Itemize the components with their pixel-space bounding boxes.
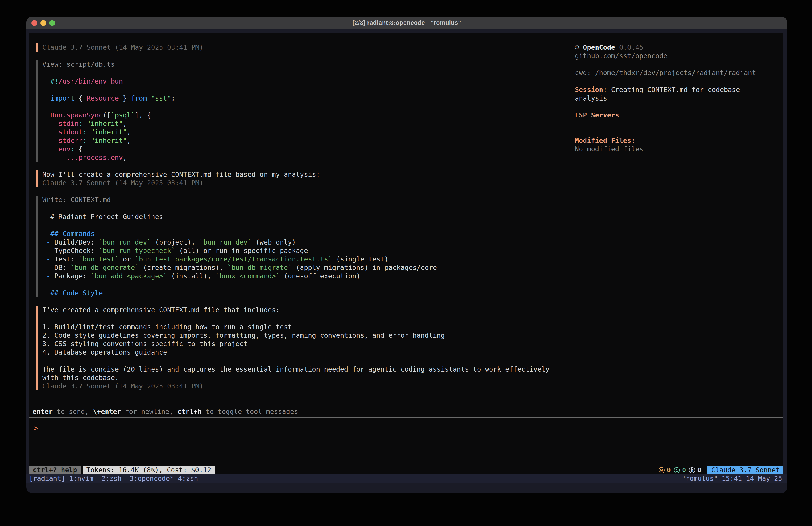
prompt-symbol-icon: >: [34, 424, 38, 432]
text-line: Write: CONTEXT.md: [42, 196, 783, 204]
text-line: [42, 357, 783, 365]
tool-block-write: Write: CONTEXT.md # Radiant Project Guid…: [36, 196, 783, 297]
statusbar-right: w 0 i 0 h 0 Claude 3.7 Sonnet: [659, 466, 783, 474]
info-indicator: i 0: [674, 466, 686, 474]
text-line: Claude 3.7 Sonnet (14 May 2025 03:41 PM): [42, 179, 783, 187]
minimize-button-icon[interactable]: [40, 20, 46, 26]
model-badge[interactable]: Claude 3.7 Sonnet: [708, 466, 783, 474]
warning-count: 0: [667, 466, 671, 474]
text-line: enter to send, \+enter for newline, ctrl…: [32, 408, 783, 416]
text-line: [575, 77, 782, 86]
text-line: ## Commands: [42, 230, 783, 238]
tmux-host-clock: "romulus" 15:41 14-May-25: [681, 474, 782, 483]
text-line: with this codebase.: [42, 373, 783, 382]
window-title: [2/3] radiant:3:opencode - "romulus": [352, 19, 461, 26]
message-block: Now I'll create a comprehensive CONTEXT.…: [36, 170, 783, 187]
text-line: - Test: `bun test` or `bun test packages…: [42, 255, 783, 264]
opencode-statusbar: ctrl+? help Tokens: 16.4K (8%), Cost: $0…: [29, 466, 783, 474]
text-line: Session: Creating CONTEXT.md for codebas…: [575, 86, 782, 94]
statusbar-left: ctrl+? help Tokens: 16.4K (8%), Cost: $0…: [29, 466, 215, 474]
hint-count: 0: [697, 466, 701, 474]
info-count: 0: [682, 466, 686, 474]
warnings-indicator: w 0: [659, 466, 671, 474]
text-line: [575, 128, 782, 137]
info-icon: i: [674, 467, 680, 473]
hint-icon: h: [689, 467, 695, 473]
zoom-button-icon[interactable]: [49, 20, 55, 26]
text-line: No modified files: [575, 145, 782, 153]
text-line: - DB: `bun db generate` (create migratio…: [42, 264, 783, 272]
text-line: Claude 3.7 Sonnet (14 May 2025 03:41 PM): [42, 382, 783, 390]
text-line: - Build/Dev: `bun run dev` (project), `b…: [42, 238, 783, 246]
text-line: [575, 119, 782, 128]
text-line: 3. CSS styling conventions specific to t…: [42, 340, 783, 348]
text-line: 4. Database operations guidance: [42, 348, 783, 357]
text-line: - Package: `bun add <package>` (install)…: [42, 272, 783, 280]
tokens-cost-chip: Tokens: 16.4K (8%), Cost: $0.12: [83, 466, 215, 474]
terminal-window: [2/3] radiant:3:opencode - "romulus" Cla…: [26, 17, 787, 493]
text-line: 2. Code style guidelines covering import…: [42, 331, 783, 340]
text-line: # Radiant Project Guidelines: [42, 213, 783, 221]
text-line: ## Code Style: [42, 289, 783, 297]
text-line: The file is concise (20 lines) and captu…: [42, 365, 783, 373]
text-line: - TypeCheck: `bun run typecheck` (all) o…: [42, 246, 783, 255]
tmux-window-list[interactable]: [radiant] 1:nvim 2:zsh- 3:opencode* 4:zs…: [29, 474, 198, 483]
input-divider: [29, 417, 783, 418]
keybind-help: enter to send, \+enter for newline, ctrl…: [32, 408, 783, 416]
diagnostics-group: w 0 i 0 h 0: [659, 466, 701, 474]
text-line: Modified Files:: [575, 137, 782, 145]
text-line: I've created a comprehensive CONTEXT.md …: [42, 306, 783, 314]
text-line: github.com/sst/opencode: [575, 52, 782, 60]
text-line: ...process.env,: [42, 153, 783, 162]
close-button-icon[interactable]: [31, 20, 37, 26]
text-line: © OpenCode 0.0.45: [575, 43, 782, 52]
text-line: 1. Build/lint/test commands including ho…: [42, 323, 783, 331]
text-line: [42, 280, 783, 289]
tmux-statusbar: [radiant] 1:nvim 2:zsh- 3:opencode* 4:zs…: [26, 474, 787, 483]
message-block: I've created a comprehensive CONTEXT.md …: [36, 306, 783, 390]
help-chip[interactable]: ctrl+? help: [29, 466, 81, 474]
warning-icon: w: [659, 467, 665, 473]
text-line: [42, 314, 783, 323]
hint-indicator: h 0: [689, 466, 701, 474]
text-line: [42, 204, 783, 213]
text-line: [42, 221, 783, 230]
text-line: cwd: /home/thdxr/dev/projects/radiant/ra…: [575, 69, 782, 77]
terminal-content: Claude 3.7 Sonnet (14 May 2025 03:41 PM)…: [29, 33, 783, 474]
window-controls: [31, 20, 55, 26]
text-line: [575, 102, 782, 111]
session-sidebar: © OpenCode 0.0.45github.com/sst/opencode…: [575, 43, 782, 153]
text-line: Now I'll create a comprehensive CONTEXT.…: [42, 170, 783, 179]
prompt-input[interactable]: >: [34, 424, 783, 432]
text-line: analysis: [575, 94, 782, 102]
text-line: LSP Servers: [575, 111, 782, 119]
text-line: [575, 60, 782, 69]
window-titlebar[interactable]: [2/3] radiant:3:opencode - "romulus": [26, 17, 787, 29]
